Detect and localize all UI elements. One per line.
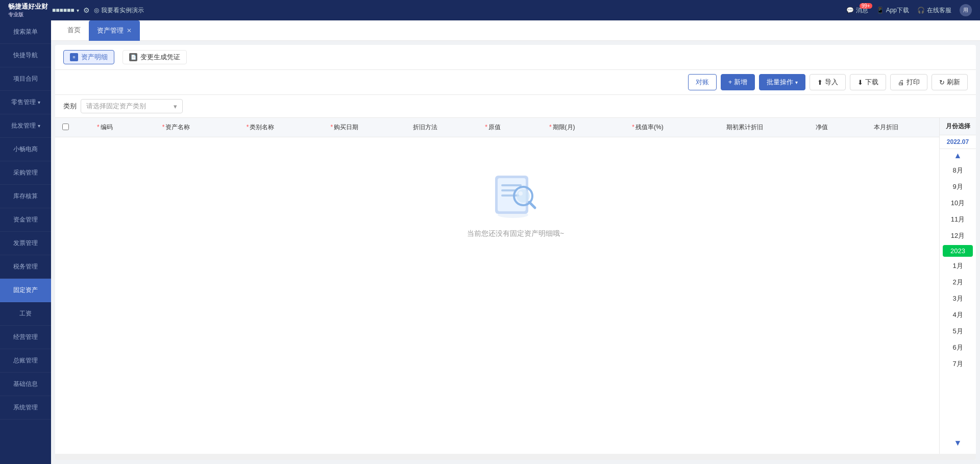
- chevron-down-icon: ▾: [38, 100, 40, 105]
- tab-bar: 首页 资产管理 ✕: [51, 20, 980, 41]
- month-item-7[interactable]: 7月: [940, 356, 976, 372]
- reconcile-button[interactable]: 对账: [688, 74, 717, 90]
- month-item-2[interactable]: 2月: [940, 274, 976, 290]
- sidebar-item-quick-nav[interactable]: 快捷导航: [0, 44, 51, 67]
- col-residual-rate: *残值率(%): [602, 118, 694, 137]
- month-item-9[interactable]: 9月: [940, 179, 976, 195]
- empty-text: 当前您还没有固定资产明细哦~: [467, 229, 564, 238]
- sidebar-item-label: 经营管理: [13, 333, 38, 341]
- message-button[interactable]: 💬 消息 99+: [846, 6, 868, 15]
- online-service-button[interactable]: 🎧 在线客服: [917, 6, 951, 15]
- select-all-checkbox[interactable]: [62, 124, 69, 130]
- app-title: 畅捷通好业财: [8, 2, 48, 11]
- sidebar-item-label: 资金管理: [13, 215, 38, 224]
- import-label: 导入: [825, 78, 838, 87]
- col-accumulated-depreciation: 期初累计折旧: [693, 118, 796, 137]
- category-select[interactable]: 请选择固定资产类别 ▾: [81, 99, 183, 113]
- app-subtitle: 专业版: [8, 11, 48, 18]
- sidebar-item-label: 固定资产: [13, 286, 38, 295]
- month-item-5[interactable]: 5月: [940, 323, 976, 339]
- col-category: *类别名称: [218, 118, 303, 137]
- month-item-10[interactable]: 10月: [940, 195, 976, 211]
- print-label: 打印: [906, 78, 920, 87]
- sidebar-item-label: 系统管理: [13, 403, 38, 412]
- sidebar-item-retail[interactable]: 零售管理 ▾: [0, 91, 51, 114]
- batch-label: 批量操作: [767, 78, 793, 87]
- chevron-down-icon: ▾: [795, 80, 798, 85]
- settings-icon[interactable]: ⚙: [83, 6, 90, 14]
- col-depreciation-method: 折旧方法: [386, 118, 463, 137]
- category-placeholder: 请选择固定资产类别: [86, 102, 146, 111]
- month-item-12[interactable]: 12月: [940, 228, 976, 244]
- tab-asset-management[interactable]: 资产管理 ✕: [89, 20, 140, 41]
- month-nav-down[interactable]: ▼: [952, 436, 964, 450]
- add-button[interactable]: + 新增: [721, 74, 755, 90]
- sidebar-item-search[interactable]: 搜索菜单: [0, 20, 51, 44]
- col-net-value: 净值: [796, 118, 848, 137]
- tab-label: 首页: [67, 26, 81, 35]
- company-selector[interactable]: ■■■■■■ ▾: [52, 7, 79, 14]
- list-icon: ≡: [70, 53, 78, 61]
- top-bar-left: 畅捷通好业财 专业版 ■■■■■■ ▾ ⚙ ◎ 我要看实例演示: [8, 2, 144, 18]
- sidebar-item-wholesale[interactable]: 批发管理 ▾: [0, 114, 51, 138]
- month-item-8[interactable]: 8月: [940, 162, 976, 179]
- table-container: *编码 *资产名称 *类别名称 *购买日期: [55, 118, 976, 454]
- sidebar-item-label: 小畅电商: [13, 145, 38, 154]
- import-button[interactable]: ⬆ 导入: [810, 74, 846, 90]
- sidebar-item-ecommerce[interactable]: 小畅电商: [0, 138, 51, 161]
- refresh-icon: ↻: [939, 79, 945, 86]
- main-layout: 搜索菜单 快捷导航 项目合同 零售管理 ▾ 批发管理 ▾ 小畅电商 采购管理 库…: [0, 20, 980, 464]
- download-label: 下载: [865, 78, 878, 87]
- sidebar-item-invoice[interactable]: 发票管理: [0, 232, 51, 255]
- demo-button[interactable]: ◎ 我要看实例演示: [94, 6, 144, 15]
- sub-tab-asset-detail[interactable]: ≡ 资产明细: [63, 50, 114, 64]
- add-label: + 新增: [728, 78, 747, 87]
- phone-icon: 📱: [876, 7, 884, 14]
- sub-tab-bar: ≡ 资产明细 📄 变更生成凭证: [55, 45, 976, 70]
- month-item-4[interactable]: 4月: [940, 307, 976, 323]
- month-picker-panel: 月份选择 2022.07 ▲ 8月 9月 10月 11月 12月 2023 1月…: [939, 118, 976, 454]
- sidebar-item-salary[interactable]: 工资: [0, 302, 51, 326]
- download-button[interactable]: ⬇ 下载: [850, 74, 886, 90]
- assets-table: *编码 *资产名称 *类别名称 *购买日期: [55, 118, 976, 269]
- sub-tab-change-voucher[interactable]: 📄 变更生成凭证: [122, 50, 187, 64]
- message-badge: 99+: [860, 3, 872, 9]
- app-download-label: App下载: [886, 6, 909, 15]
- svg-line-8: [529, 202, 535, 208]
- sidebar-item-label: 税务管理: [13, 262, 38, 271]
- refresh-button[interactable]: ↻ 刷新: [932, 74, 968, 90]
- horizontal-scrollbar[interactable]: [55, 454, 976, 460]
- month-item-3[interactable]: 3月: [940, 290, 976, 307]
- sub-tab-label: 变更生成凭证: [140, 53, 180, 62]
- month-nav-up[interactable]: ▲: [952, 149, 964, 162]
- tab-home[interactable]: 首页: [59, 20, 89, 41]
- tab-close-icon[interactable]: ✕: [127, 27, 132, 34]
- sidebar-item-basic-info[interactable]: 基础信息: [0, 373, 51, 396]
- sidebar-item-ledger[interactable]: 总账管理: [0, 349, 51, 373]
- sidebar-item-fixed-assets[interactable]: 固定资产: [0, 279, 51, 302]
- month-item-1[interactable]: 1月: [940, 258, 976, 274]
- month-item-11[interactable]: 11月: [940, 211, 976, 228]
- download-icon: ⬇: [857, 79, 863, 86]
- svg-rect-3: [501, 184, 522, 186]
- print-button[interactable]: 🖨 打印: [890, 74, 927, 90]
- sidebar-item-management[interactable]: 经营管理: [0, 326, 51, 349]
- sidebar-item-finance[interactable]: 资金管理: [0, 208, 51, 232]
- month-item-6[interactable]: 6月: [940, 339, 976, 356]
- sidebar-item-inventory[interactable]: 库存核算: [0, 185, 51, 208]
- sidebar-item-purchase[interactable]: 采购管理: [0, 161, 51, 185]
- avatar[interactable]: 用: [960, 4, 972, 16]
- batch-button[interactable]: 批量操作 ▾: [759, 74, 805, 90]
- sidebar-item-label: 发票管理: [13, 239, 38, 248]
- app-download-button[interactable]: 📱 App下载: [876, 6, 909, 15]
- col-monthly-depreciation: 本月折旧: [847, 118, 924, 137]
- col-period: *期限(月): [522, 118, 602, 137]
- sidebar-item-system[interactable]: 系统管理: [0, 396, 51, 420]
- sidebar-item-tax[interactable]: 税务管理: [0, 255, 51, 279]
- chevron-down-icon: ▾: [77, 8, 79, 13]
- month-picker-year-2022: 2022.07: [940, 135, 976, 149]
- col-name: *资产名称: [134, 118, 218, 137]
- sidebar-item-label: 零售管理: [11, 98, 36, 107]
- sidebar-item-project[interactable]: 项目合同: [0, 67, 51, 91]
- col-original-value: *原值: [463, 118, 522, 137]
